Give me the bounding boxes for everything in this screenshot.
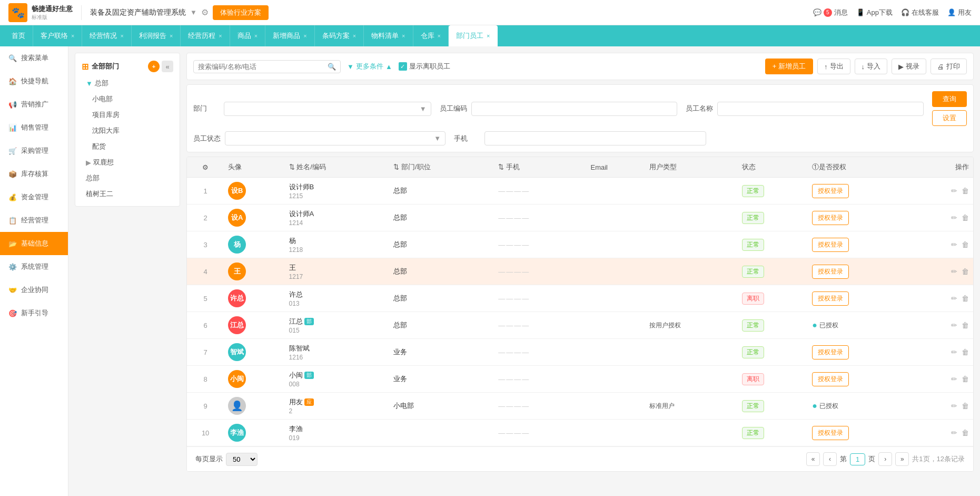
tab-home[interactable]: 首页: [4, 25, 33, 46]
sidebar-item-basic[interactable]: 📂 基础信息: [0, 232, 68, 255]
first-page-btn[interactable]: «: [806, 452, 820, 466]
sidebar-item-sales[interactable]: 📊 销售管理: [0, 116, 68, 139]
auth-btn[interactable]: 授权登录: [812, 372, 849, 386]
tab-employee[interactable]: 部门员工×: [449, 25, 498, 46]
phone-input[interactable]: [484, 131, 706, 145]
edit-icon[interactable]: ✏: [951, 402, 957, 410]
close-icon[interactable]: ×: [353, 33, 356, 39]
import-btn[interactable]: ↓ 导入: [855, 59, 888, 74]
close-icon[interactable]: ×: [438, 33, 441, 39]
sidebar-item-management[interactable]: 📋 经营管理: [0, 209, 68, 232]
search-icon[interactable]: 🔍: [328, 63, 336, 71]
edit-icon[interactable]: ✏: [951, 213, 957, 222]
dept-item-shenyang[interactable]: 沈阳大库: [75, 123, 180, 139]
close-icon[interactable]: ×: [402, 33, 405, 39]
emp-status-select[interactable]: ▼: [225, 131, 446, 145]
delete-icon[interactable]: 🗑: [962, 375, 969, 383]
collapse-panel-btn[interactable]: «: [162, 61, 173, 72]
close-icon[interactable]: ×: [254, 33, 258, 39]
tab-barcode[interactable]: 条码方案×: [315, 25, 364, 46]
dept-item-plant[interactable]: 植树王二: [75, 186, 180, 202]
tab-goods[interactable]: 商品×: [230, 25, 265, 46]
edit-icon[interactable]: ✏: [951, 375, 957, 383]
close-icon[interactable]: ×: [219, 33, 222, 39]
edit-icon[interactable]: ✏: [951, 240, 957, 249]
auth-btn[interactable]: 授权登录: [812, 291, 849, 306]
close-icon[interactable]: ×: [71, 33, 74, 39]
add-dept-btn[interactable]: +: [148, 61, 160, 72]
edit-icon[interactable]: ✏: [951, 294, 957, 303]
delete-icon[interactable]: 🗑: [962, 321, 969, 329]
search-input[interactable]: [198, 63, 328, 71]
page-size-select[interactable]: 50 100: [226, 453, 258, 466]
delete-icon[interactable]: 🗑: [962, 187, 969, 195]
delete-icon[interactable]: 🗑: [962, 240, 969, 249]
delete-icon[interactable]: 🗑: [962, 429, 969, 437]
dept-item-double[interactable]: ▶ 双鹿想: [75, 154, 180, 170]
delete-icon[interactable]: 🗑: [962, 213, 969, 222]
sidebar-item-purchase[interactable]: 🛒 采购管理: [0, 139, 68, 162]
sidebar-item-system[interactable]: ⚙️ 系统管理: [0, 255, 68, 278]
col-name[interactable]: ⇅ 姓名/编码: [285, 157, 390, 178]
sidebar-item-nav[interactable]: 🏠 快捷导航: [0, 70, 68, 93]
delete-icon[interactable]: 🗑: [962, 294, 969, 303]
auth-btn[interactable]: 授权登录: [812, 426, 849, 440]
close-icon[interactable]: ×: [120, 33, 123, 39]
tab-bom[interactable]: 物料清单×: [364, 25, 413, 46]
user-btn[interactable]: 👤 用友: [947, 8, 972, 17]
auth-btn[interactable]: 授权登录: [812, 184, 849, 198]
dept-item-hq[interactable]: 总部: [75, 170, 180, 186]
auth-btn[interactable]: 授权登录: [812, 265, 849, 279]
tab-customer[interactable]: 客户联络×: [33, 25, 82, 46]
tab-warehouse[interactable]: 仓库×: [413, 25, 449, 46]
edit-icon[interactable]: ✏: [951, 267, 957, 276]
online-service-btn[interactable]: 🎧 在线客服: [901, 8, 939, 17]
edit-icon[interactable]: ✏: [951, 429, 957, 437]
last-page-btn[interactable]: »: [895, 452, 909, 466]
sidebar-item-marketing[interactable]: 📢 营销推广: [0, 93, 68, 116]
query-btn[interactable]: 查询: [932, 91, 967, 107]
message-btn[interactable]: 💬 5 消息: [813, 8, 848, 17]
auth-btn[interactable]: 授权登录: [812, 345, 849, 359]
print-btn[interactable]: 🖨 打印: [930, 59, 967, 74]
sidebar-item-collab[interactable]: 🤝 企业协同: [0, 278, 68, 302]
chevron-down-icon[interactable]: ▼: [190, 8, 197, 16]
dept-item-distribution[interactable]: 配货: [75, 139, 180, 154]
edit-icon[interactable]: ✏: [951, 321, 957, 329]
next-page-btn[interactable]: ›: [878, 452, 892, 466]
dept-item-project[interactable]: 项目库房: [75, 107, 180, 123]
sidebar-item-finance[interactable]: 💰 资金管理: [0, 186, 68, 209]
auth-btn[interactable]: 授权登录: [812, 238, 849, 252]
dept-select[interactable]: ▼: [224, 102, 431, 116]
export-btn[interactable]: ↑ 导出: [817, 59, 850, 74]
more-filter-btn[interactable]: ▼ 更多条件 ▲: [347, 62, 392, 71]
col-phone[interactable]: ⇅ 手机: [494, 157, 586, 178]
prev-page-btn[interactable]: ‹: [823, 452, 837, 466]
settings-icon[interactable]: ⚙: [201, 7, 209, 17]
dept-item-head[interactable]: ▼ 总部: [75, 75, 180, 91]
tab-new-goods[interactable]: 新增商品×: [265, 25, 314, 46]
emp-code-input[interactable]: [471, 102, 678, 116]
auth-btn[interactable]: 授权登录: [812, 211, 849, 225]
delete-icon[interactable]: 🗑: [962, 402, 969, 410]
set-btn[interactable]: 设置: [932, 110, 967, 126]
close-icon[interactable]: ×: [487, 33, 490, 39]
close-icon[interactable]: ×: [303, 33, 306, 39]
current-page[interactable]: 1: [850, 453, 865, 465]
col-dept[interactable]: ⇅ 部门/职位: [389, 157, 494, 178]
tab-history[interactable]: 经营历程×: [181, 25, 230, 46]
view-btn[interactable]: ▶ 视录: [892, 59, 926, 74]
edit-icon[interactable]: ✏: [951, 187, 957, 195]
tab-profit[interactable]: 利润报告×: [132, 25, 181, 46]
col-settings[interactable]: ⚙: [187, 157, 224, 178]
app-download-btn[interactable]: 📱 App下载: [856, 8, 893, 17]
delete-icon[interactable]: 🗑: [962, 348, 969, 356]
sidebar-item-inventory[interactable]: 📦 库存核算: [0, 162, 68, 186]
edit-icon[interactable]: ✏: [951, 348, 957, 356]
close-icon[interactable]: ×: [170, 33, 173, 39]
dept-item-small-elec[interactable]: 小电部: [75, 91, 180, 107]
emp-name-input[interactable]: [717, 102, 924, 116]
sidebar-item-search[interactable]: 🔍 搜索菜单: [0, 46, 68, 70]
show-resigned-toggle[interactable]: ✓ 显示离职员工: [399, 62, 450, 71]
tab-operation[interactable]: 经营情况×: [82, 25, 131, 46]
